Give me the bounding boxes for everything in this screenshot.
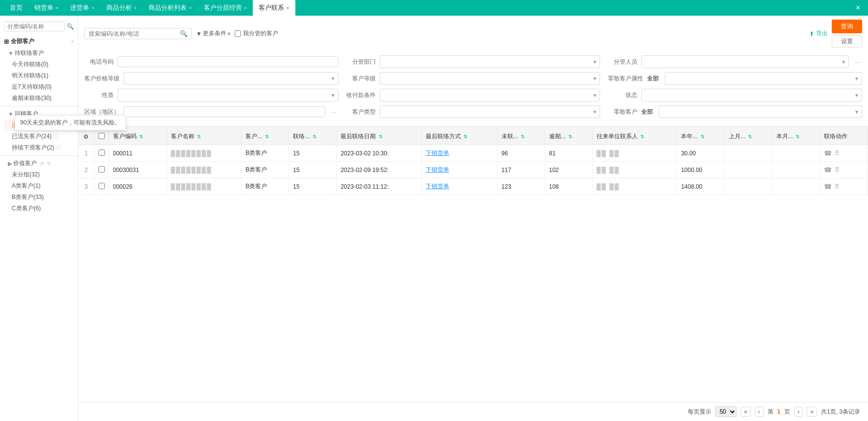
blurred-contact: ██ ██ [597, 167, 620, 173]
filter-select-dept[interactable] [380, 55, 601, 68]
sidebar-item-today-pending[interactable]: 今天待联络(0) [4, 59, 78, 70]
export-btn[interactable]: ⬆ 导出 [809, 29, 828, 38]
next-page-btn[interactable]: › [794, 407, 803, 417]
close-tab-customer-contact-icon[interactable]: × [286, 5, 289, 11]
filter-label-payment: 收付款条件 [346, 91, 376, 99]
sidebar-item-class-b[interactable]: B类客户(33) [4, 192, 78, 203]
first-page-btn[interactable]: « [741, 407, 751, 417]
nav-tab-customer-tier[interactable]: 客户分层经营× [198, 0, 253, 16]
row-checkbox[interactable] [98, 166, 105, 173]
contact-icon[interactable]: ☎ [824, 183, 832, 190]
edit-icon[interactable]: ✎ [47, 160, 51, 167]
close-tab-sales-icon[interactable]: × [55, 5, 58, 11]
top-nav: 首页销货单×进货单×商品分析×商品分析列表×客户分层经营×客户联系× × [0, 0, 868, 16]
more-actions-icon[interactable]: ⠿ [835, 149, 840, 157]
more-actions-icon[interactable]: ⠿ [835, 166, 840, 173]
cell-checkbox [94, 162, 109, 178]
blurred-name: ████████ [171, 150, 212, 157]
col-type-sort[interactable]: ⇅ [265, 134, 269, 139]
filter-select-retail-attr[interactable] [665, 72, 862, 85]
value-customers-title[interactable]: ▶ 价值客户 ⟳ ✎ [4, 158, 78, 169]
filter-select-customer-type-wrap: ▼ [380, 105, 601, 118]
col-action: 联络动作 [820, 128, 868, 145]
sidebar-item-churned[interactable]: 已流失客户(24) ⓘ [4, 131, 78, 142]
all-customers-title[interactable]: ⊞ 全部客户 « [0, 35, 78, 48]
filter-select-payment-wrap: ▼ [380, 89, 601, 101]
col-last-method-sort[interactable]: ⇅ [463, 134, 467, 139]
sidebar-item-ungrouped[interactable]: 未分组(32) [4, 169, 78, 180]
col-code-sort[interactable]: ⇅ [139, 134, 143, 139]
filter-select-status[interactable] [641, 89, 862, 101]
nav-tab-purchase[interactable]: 进货单× [64, 0, 100, 16]
my-customers-checkbox[interactable]: 我分管的客户 [235, 29, 278, 38]
col-contact-person-sort[interactable]: ⇅ [640, 134, 644, 139]
prev-page-btn[interactable]: ‹ [755, 407, 764, 417]
nav-tab-goods-analysis-list[interactable]: 商品分析列表× [143, 0, 197, 16]
sidebar-item-declining[interactable]: 持续下滑客户(2) ⓘ [4, 142, 78, 153]
close-tab-goods-analysis-list-icon[interactable]: × [189, 5, 192, 11]
nav-tab-sales[interactable]: 销货单× [28, 0, 64, 16]
query-btn[interactable]: 查询 [832, 20, 862, 33]
filter-input-phone[interactable] [118, 56, 338, 67]
per-page-select[interactable]: 50 [715, 406, 737, 417]
last-method-link[interactable]: 下销货单 [426, 149, 449, 156]
sidebar-search-input[interactable] [4, 22, 65, 31]
pending-contact-title[interactable]: ▼ 待联络客户 [4, 48, 78, 59]
col-name: 客户名称 ⇅ [167, 128, 241, 145]
last-method-link[interactable]: 下销货单 [426, 166, 449, 173]
search-icon[interactable]: 🔍 [180, 30, 188, 37]
more-conditions-btn[interactable]: ▼ 更多条件 ∧ [196, 29, 231, 38]
row-checkbox[interactable] [98, 149, 105, 156]
settings-btn[interactable]: 设置 [832, 35, 862, 48]
filter-row-dept: 分管部门 ▼ [346, 55, 601, 68]
col-last-method: 最后联络方式 ⇅ [422, 128, 497, 145]
filter-input-region[interactable] [123, 106, 325, 117]
gear-icon[interactable]: ⚙ [83, 133, 89, 140]
close-tab-purchase-icon[interactable]: × [91, 5, 94, 11]
my-customers-check[interactable] [235, 30, 241, 37]
col-this-year-sort[interactable]: ⇅ [700, 134, 704, 139]
filter-row-payment: 收付款条件 ▼ [346, 89, 601, 101]
sidebar-item-class-a[interactable]: A类客户(1) [4, 180, 78, 192]
filter-select-customer-type[interactable] [380, 105, 601, 118]
filter-select-price-level[interactable] [123, 72, 338, 85]
sidebar-item-tomorrow-pending[interactable]: 明天待联络(1) [4, 70, 78, 81]
col-settings[interactable]: ⚙ [78, 128, 94, 145]
filter-more-region[interactable]: ··· [329, 108, 338, 116]
filter-select-manager[interactable] [641, 55, 849, 68]
filter-row-customer-level: 客户等级 ▼ [346, 72, 601, 85]
filter-select-nature[interactable] [118, 89, 338, 101]
col-overdue-sort[interactable]: ⇅ [568, 134, 572, 139]
contact-icon[interactable]: ☎ [824, 149, 832, 157]
refresh-icon[interactable]: ⟳ [40, 160, 45, 167]
filter-select-payment[interactable] [380, 89, 601, 101]
cell-last-date: 2023-02-03 11:12: [337, 178, 422, 195]
table-row: 1000011████████B类客户152023-03-02 10:30:下销… [78, 145, 868, 162]
last-page-btn[interactable]: » [807, 407, 817, 417]
filter-select-customer-level[interactable] [380, 72, 601, 85]
row-checkbox[interactable] [98, 183, 105, 189]
nav-tab-home[interactable]: 首页 [4, 0, 28, 16]
filter-select-retail-customer[interactable] [659, 105, 862, 118]
col-last-date-sort[interactable]: ⇅ [379, 134, 383, 139]
col-last-month-sort[interactable]: ⇅ [748, 134, 752, 139]
col-contact-count-sort[interactable]: ⇅ [313, 134, 316, 139]
col-name-sort[interactable]: ⇅ [197, 134, 201, 139]
contact-icon[interactable]: ☎ [824, 166, 832, 173]
nav-tab-customer-contact[interactable]: 客户联系× [253, 0, 295, 16]
nav-tab-goods-analysis[interactable]: 商品分析× [100, 0, 143, 16]
sidebar-item-class-c[interactable]: C类客户(6) [4, 203, 78, 214]
last-method-link[interactable]: 下销货单 [426, 183, 449, 190]
select-all-checkbox[interactable] [98, 133, 105, 139]
close-tab-goods-analysis-icon[interactable]: × [134, 5, 137, 11]
search-input[interactable] [89, 30, 178, 37]
sidebar-item-week-pending[interactable]: 近7天待联络(0) [4, 81, 78, 93]
cell-this-year: 1408.00 [677, 178, 724, 195]
close-tab-customer-tier-icon[interactable]: × [244, 5, 247, 11]
sidebar-item-overdue[interactable]: 逾期未联络(30) [4, 93, 78, 104]
more-actions-icon[interactable]: ⠿ [835, 183, 840, 190]
col-this-month-sort[interactable]: ⇅ [796, 134, 799, 139]
window-close-btn[interactable]: × [852, 3, 864, 12]
col-no-contact-sort[interactable]: ⇅ [521, 134, 525, 139]
filter-more-manager[interactable]: ··· [853, 58, 862, 66]
